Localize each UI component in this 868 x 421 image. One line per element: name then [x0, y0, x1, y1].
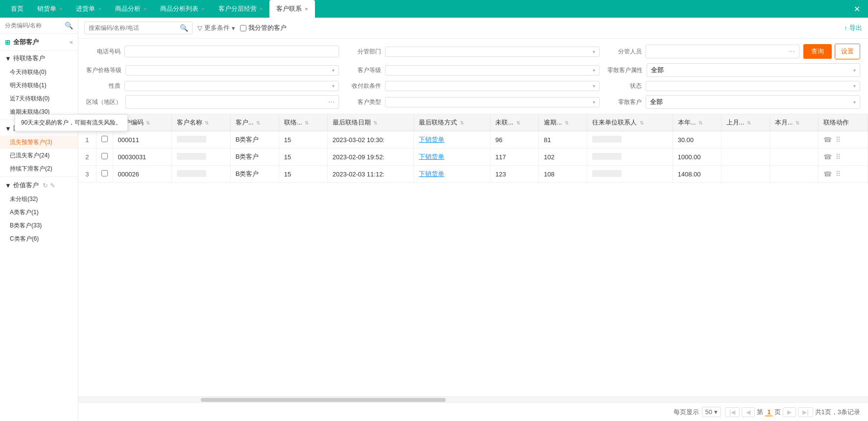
- collapse-icon[interactable]: «: [70, 39, 73, 46]
- settings-button[interactable]: 设置: [835, 44, 860, 59]
- nature-select[interactable]: ▾: [124, 81, 339, 91]
- sidebar-item-churn-warning[interactable]: 流失预警客户(3): [0, 136, 78, 149]
- per-page-label: 每页显示: [674, 408, 699, 417]
- row-contact: 15: [279, 166, 327, 183]
- close-icon[interactable]: ×: [98, 6, 101, 12]
- sidebar-item-declining[interactable]: 持续下滑客户(2): [0, 162, 78, 175]
- first-page-button[interactable]: |◀: [725, 407, 740, 417]
- tab-product-analysis[interactable]: 商品分析 ×: [108, 0, 153, 18]
- sidebar-item-ungrouped[interactable]: 未分组(32): [0, 193, 78, 206]
- per-page-select[interactable]: 50 ▾: [702, 407, 721, 417]
- last-method-link[interactable]: 下销货单: [419, 153, 444, 160]
- zero-attr-select[interactable]: 全部 ▾: [647, 63, 860, 77]
- status-select[interactable]: ▾: [646, 81, 860, 91]
- col-uncontacted[interactable]: 未联... ⇅: [490, 114, 539, 131]
- contact-icon[interactable]: ☎: [823, 170, 832, 178]
- sidebar-search-input[interactable]: [5, 22, 62, 29]
- query-button[interactable]: 查询: [803, 44, 832, 59]
- close-icon[interactable]: ×: [59, 6, 62, 12]
- region-label: 区域（地区）: [86, 98, 121, 106]
- filter-zero-customer-row: 零散客户 全部 ▾: [607, 95, 860, 109]
- row-index: 2: [78, 149, 96, 166]
- last-page-button[interactable]: ▶|: [798, 407, 813, 417]
- horizontal-scrollbar[interactable]: [78, 396, 868, 402]
- col-name[interactable]: 客户名称 ⇅: [171, 114, 230, 131]
- customer-type-select[interactable]: ▾: [385, 97, 600, 107]
- tab-product-analysis-list[interactable]: 商品分析列表 ×: [153, 0, 211, 18]
- next-page-button[interactable]: ▶: [783, 407, 796, 417]
- row-checkbox-input[interactable]: [101, 170, 108, 176]
- edit-icon[interactable]: ✎: [50, 182, 55, 189]
- sidebar-item-7day-contact[interactable]: 近7天待联络(0): [0, 92, 78, 105]
- chevron-down-icon: ▾: [853, 68, 856, 73]
- sidebar-group-value[interactable]: ▼ 价值客户 ↻ ✎: [0, 178, 78, 193]
- row-checkbox-input[interactable]: [101, 136, 108, 142]
- prev-page-button[interactable]: ◀: [742, 407, 755, 417]
- search-input[interactable]: [89, 25, 177, 31]
- more-dots-icon[interactable]: ···: [789, 47, 795, 56]
- row-overdue: 108: [539, 166, 587, 183]
- phone-input[interactable]: [124, 46, 339, 57]
- last-method-link[interactable]: 下销货单: [419, 136, 444, 143]
- window-close-button[interactable]: ✕: [850, 4, 864, 14]
- contact-icon[interactable]: ☎: [823, 153, 832, 161]
- row-checkbox-input[interactable]: [101, 153, 108, 159]
- contact-icon[interactable]: ☎: [823, 136, 832, 144]
- close-icon[interactable]: ×: [201, 6, 204, 12]
- sidebar-item-class-a[interactable]: A类客户(1): [0, 206, 78, 219]
- zero-customer-select[interactable]: 全部 ▾: [646, 95, 860, 109]
- price-grade-select[interactable]: ▾: [125, 65, 339, 75]
- my-customer-filter[interactable]: 我分管的客户: [240, 24, 287, 32]
- payment-select[interactable]: ▾: [385, 81, 600, 91]
- customer-grade-select[interactable]: ▾: [385, 65, 600, 75]
- search-icon[interactable]: 🔍: [180, 24, 188, 32]
- scrollbar-thumb[interactable]: [201, 398, 446, 402]
- more-conditions-button[interactable]: ▽ 更多条件 ▾: [197, 24, 235, 32]
- sidebar-item-class-c[interactable]: C类客户(6): [0, 232, 78, 246]
- filter-region-row: 区域（地区） ···: [86, 95, 339, 109]
- more-action-icon[interactable]: ⠿: [836, 136, 841, 144]
- sidebar-item-today-contact[interactable]: 今天待联络(0): [0, 66, 78, 79]
- sidebar-group-pending[interactable]: ▼ 待联络客户: [0, 51, 78, 66]
- dept-select[interactable]: ▾: [385, 47, 600, 57]
- filter-customer-type-row: 客户类型 ▾: [347, 95, 600, 109]
- table-row: 3 000026 B类客户 15 2023-02-03 11:12: 下销货单 …: [78, 166, 868, 183]
- sidebar-item-class-b[interactable]: B类客户(33): [0, 219, 78, 232]
- row-name: [171, 131, 230, 149]
- tab-purchase-order[interactable]: 进货单 ×: [69, 0, 108, 18]
- col-contact[interactable]: 联络... ⇅: [279, 114, 327, 131]
- region-select[interactable]: ···: [125, 95, 339, 109]
- col-last-date[interactable]: 最后联络日期 ⇅: [327, 114, 413, 131]
- close-icon[interactable]: ×: [305, 6, 308, 12]
- more-action-icon[interactable]: ⠿: [836, 170, 841, 178]
- filter-status-row: 状态 ▾: [607, 81, 860, 91]
- col-last-month[interactable]: 上月... ⇅: [721, 114, 770, 131]
- last-method-link[interactable]: 下销货单: [419, 170, 444, 177]
- col-contact-person[interactable]: 往来单位联系人 ⇅: [587, 114, 673, 131]
- my-customer-checkbox[interactable]: [240, 25, 246, 31]
- sidebar-all-customers[interactable]: ⊞ 全部客户 «: [0, 34, 78, 51]
- tab-home[interactable]: 首页: [4, 0, 30, 18]
- refresh-icon[interactable]: ↻: [43, 182, 48, 189]
- tab-customer-tier[interactable]: 客户分层经营 ×: [212, 0, 269, 18]
- person-select[interactable]: ···: [646, 45, 799, 58]
- col-this-year[interactable]: 本年... ⇅: [673, 114, 721, 131]
- col-last-method[interactable]: 最后联络方式 ⇅: [414, 114, 490, 131]
- tab-sales-order[interactable]: 销货单 ×: [30, 0, 69, 18]
- col-this-month[interactable]: 本月... ⇅: [770, 114, 818, 131]
- row-type: B类客户: [230, 166, 279, 183]
- row-last-month: [721, 166, 770, 183]
- sidebar-item-churned[interactable]: 已流失客户(24): [0, 149, 78, 162]
- blurred-name: [177, 170, 206, 177]
- col-overdue[interactable]: 逾期... ⇅: [539, 114, 587, 131]
- col-type[interactable]: 客户... ⇅: [230, 114, 279, 131]
- close-icon[interactable]: ×: [144, 6, 146, 12]
- status-label: 状态: [607, 82, 642, 90]
- export-icon: ↑: [844, 25, 848, 32]
- tab-customer-contact[interactable]: 客户联系 ×: [269, 0, 314, 18]
- close-icon[interactable]: ×: [260, 6, 263, 12]
- export-button[interactable]: ↑ 导出: [844, 24, 863, 32]
- more-dots-icon[interactable]: ···: [328, 98, 335, 106]
- more-action-icon[interactable]: ⠿: [836, 153, 841, 161]
- sidebar-item-tomorrow-contact[interactable]: 明天待联络(1): [0, 79, 78, 92]
